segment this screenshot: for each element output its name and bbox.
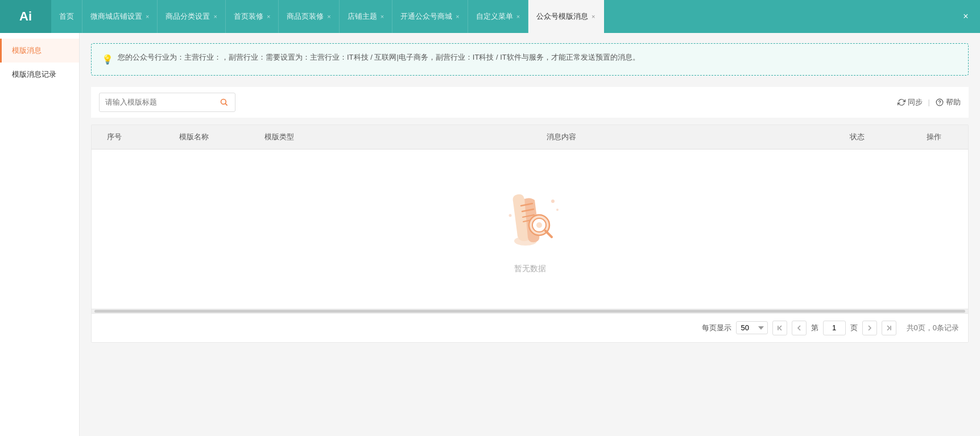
- page-label-after: 页: [850, 323, 858, 333]
- notice-icon: 💡: [102, 52, 113, 67]
- tab-close-icon[interactable]: ×: [592, 13, 595, 20]
- notice-box: 💡 您的公众号行业为：主营行业：，副营行业：需要设置为：主营行业：IT科技 / …: [91, 43, 969, 76]
- tab-label: 公众号模版消息: [536, 11, 588, 22]
- empty-icon: [496, 184, 564, 252]
- tab-product-cat[interactable]: 商品分类设置×: [158, 0, 225, 33]
- sidebar-item-template-msg[interactable]: 模版消息: [0, 39, 79, 63]
- page-label-before: 第: [811, 323, 818, 333]
- sync-label: 同步: [908, 97, 923, 107]
- empty-state: 暂无数据: [92, 150, 968, 309]
- total-info: 共0页，0条记录: [907, 323, 959, 333]
- table-header-type: 模版类型: [251, 125, 308, 149]
- content-area: 💡 您的公众号行业为：主营行业：，副营行业：需要设置为：主营行业：IT科技 / …: [80, 33, 980, 436]
- sidebar-item-template-log[interactable]: 模版消息记录: [0, 63, 79, 86]
- tab-close-icon[interactable]: ×: [516, 13, 520, 20]
- search-row: 同步 | 帮助: [91, 87, 969, 118]
- svg-point-13: [551, 200, 555, 203]
- tab-label: 首页装修: [234, 11, 263, 22]
- svg-point-15: [508, 214, 511, 217]
- next-page-button[interactable]: [862, 321, 877, 335]
- help-button[interactable]: 帮助: [936, 97, 961, 107]
- tab-label: 店铺主题: [348, 11, 377, 22]
- per-page-label: 每页显示: [702, 323, 731, 333]
- pagination: 每页显示 102050100 第 页 共0页，0条记录: [92, 313, 968, 342]
- table-header-seq: 序号: [92, 125, 137, 149]
- svg-line-11: [545, 231, 552, 237]
- main-layout: 模版消息模版消息记录 💡 您的公众号行业为：主营行业：，副营行业：需要设置为：主…: [0, 33, 980, 436]
- per-page-select[interactable]: 102050100: [736, 321, 768, 334]
- help-label: 帮助: [946, 97, 961, 107]
- tab-home-decor[interactable]: 首页装修×: [226, 0, 279, 33]
- tab-label: 自定义菜单: [476, 11, 513, 22]
- scroll-bar[interactable]: [92, 309, 968, 313]
- search-input-wrap: [99, 93, 235, 112]
- table-header-action: 操作: [900, 125, 968, 149]
- tab-close-icon[interactable]: ×: [267, 13, 270, 20]
- tab-close-icon[interactable]: ×: [146, 13, 149, 20]
- tab-home[interactable]: 首页: [51, 0, 82, 33]
- tab-close-icon[interactable]: ×: [456, 13, 459, 20]
- table-header: 序号模版名称模版类型消息内容状态操作: [92, 125, 968, 150]
- table-header-content: 消息内容: [308, 125, 814, 149]
- tab-close-icon[interactable]: ×: [381, 13, 384, 20]
- last-page-button[interactable]: [882, 321, 896, 335]
- prev-page-button[interactable]: [792, 321, 807, 335]
- tab-label: 首页: [59, 11, 74, 22]
- empty-text: 暂无数据: [514, 264, 546, 274]
- search-button[interactable]: [213, 93, 234, 111]
- toolbar-divider: |: [928, 98, 930, 106]
- tab-shop-theme[interactable]: 店铺主题×: [340, 0, 392, 33]
- top-nav: Ai 首页微商城店铺设置×商品分类设置×首页装修×商品页装修×店铺主题×开通公众…: [0, 0, 980, 33]
- svg-point-14: [556, 209, 559, 211]
- search-input[interactable]: [100, 94, 213, 110]
- tab-label: 商品分类设置: [166, 11, 210, 22]
- tab-micro-shop[interactable]: 微商城店铺设置×: [82, 0, 158, 33]
- sidebar: 模版消息模版消息记录: [0, 33, 80, 436]
- scroll-thumb: [94, 310, 965, 313]
- notice-text: 您的公众号行业为：主营行业：，副营行业：需要设置为：主营行业：IT科技 / 互联…: [118, 52, 640, 64]
- svg-line-1: [225, 104, 227, 106]
- table-header-status: 状态: [814, 125, 900, 149]
- table-header-name: 模版名称: [137, 125, 251, 149]
- tab-close-icon[interactable]: ×: [327, 13, 330, 20]
- global-close-button[interactable]: ×: [952, 0, 980, 33]
- tab-product-decor[interactable]: 商品页装修×: [279, 0, 339, 33]
- tab-open-mall[interactable]: 开通公众号商城×: [392, 0, 468, 33]
- first-page-button[interactable]: [772, 321, 787, 335]
- tab-template-msg[interactable]: 公众号模版消息×: [528, 0, 603, 33]
- page-input[interactable]: [823, 321, 846, 335]
- tab-label: 开通公众号商城: [400, 11, 452, 22]
- tab-label: 微商城店铺设置: [90, 11, 142, 22]
- data-table: 序号模版名称模版类型消息内容状态操作: [91, 124, 969, 343]
- app-logo: Ai: [0, 0, 51, 33]
- nav-tabs: 首页微商城店铺设置×商品分类设置×首页装修×商品页装修×店铺主题×开通公众号商城…: [51, 0, 952, 33]
- svg-point-12: [536, 222, 542, 228]
- toolbar-right: 同步 | 帮助: [898, 97, 961, 107]
- tab-custom-menu[interactable]: 自定义菜单×: [468, 0, 528, 33]
- tab-label: 商品页装修: [287, 11, 324, 22]
- sync-button[interactable]: 同步: [898, 97, 923, 107]
- tab-close-icon[interactable]: ×: [213, 13, 217, 20]
